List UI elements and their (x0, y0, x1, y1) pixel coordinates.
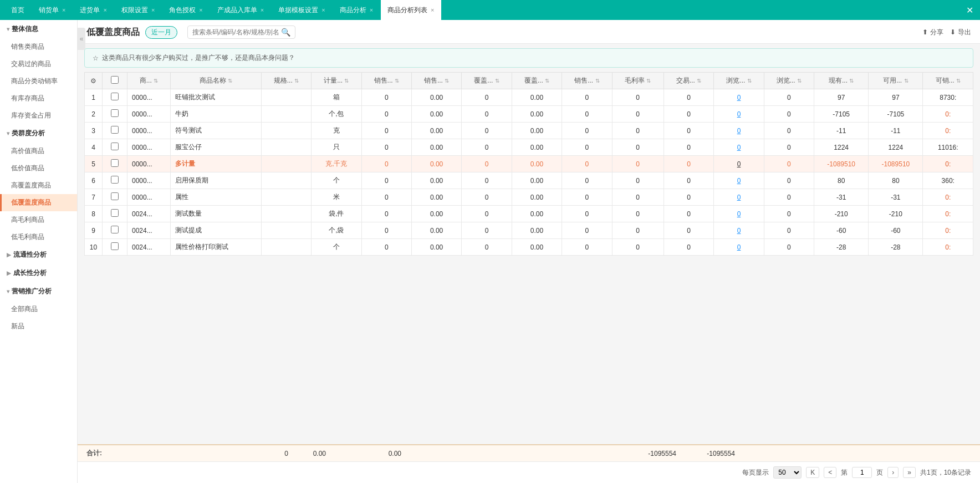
close-icon[interactable]: × (431, 7, 434, 13)
row-checkbox[interactable] (103, 139, 127, 156)
nav-purchase-order[interactable]: 进货单 × (73, 0, 113, 20)
sidebar-item-new-goods[interactable]: 新品 (0, 318, 77, 335)
close-icon[interactable]: × (151, 7, 155, 13)
export-button[interactable]: ⬇ 导出 (950, 28, 971, 37)
row-browse1[interactable]: 0 (714, 189, 764, 206)
page-number-input[interactable] (852, 467, 872, 478)
prev-page-button[interactable]: < (824, 467, 836, 478)
sidebar-item-in-stock-goods[interactable]: 有库存商品 (0, 90, 77, 107)
row-browse1[interactable]: 0 (714, 156, 764, 172)
row-browse1[interactable]: 0 (714, 206, 764, 222)
row-checkbox[interactable] (103, 156, 127, 172)
sidebar-item-sales-goods[interactable]: 销售类商品 (0, 38, 77, 55)
column-browse1-header[interactable]: 浏览... ⇅ (714, 73, 764, 89)
close-icon[interactable]: × (103, 7, 106, 13)
column-cover1-header[interactable]: 覆盖... ⇅ (462, 73, 512, 89)
sidebar-section-growth[interactable]: ▶ 成长性分析 (0, 264, 77, 282)
row-browse1[interactable]: 0 (714, 139, 764, 156)
column-sales1-header[interactable]: 销售... ⇅ (361, 73, 411, 89)
sidebar-item-high-value[interactable]: 高价值商品 (0, 143, 77, 160)
sidebar-section-marketing[interactable]: ▾ 营销推广分析 (0, 282, 77, 301)
row-browse1[interactable]: 0 (714, 89, 764, 106)
row-checkbox[interactable] (103, 189, 127, 206)
close-icon[interactable]: × (261, 7, 264, 13)
sidebar-section-overview[interactable]: ▾ 整体信息 (0, 20, 77, 38)
row-checkbox[interactable] (103, 123, 127, 139)
first-page-button[interactable]: K (806, 467, 819, 478)
row-checkbox[interactable] (103, 172, 127, 189)
row-browse1[interactable]: 0 (714, 172, 764, 189)
row-code: 0000... (127, 189, 170, 206)
period-button[interactable]: 近一月 (145, 26, 177, 39)
nav-finished-goods[interactable]: 产成品入库单 × (211, 0, 270, 20)
sidebar-item-category-sales-rate[interactable]: 商品分类动销率 (0, 73, 77, 90)
sidebar-item-low-margin[interactable]: 低毛利商品 (0, 228, 77, 246)
row-name: 测试提成 (170, 222, 261, 239)
search-input[interactable] (192, 28, 281, 36)
sidebar-item-inventory-capital[interactable]: 库存资金占用 (0, 107, 77, 124)
nav-permission-settings[interactable]: 权限设置 × (115, 0, 161, 20)
per-page-select[interactable]: 50 100 200 (773, 466, 802, 479)
row-browse1[interactable]: 0 (714, 239, 764, 256)
column-current-header[interactable]: 现有... ⇅ (814, 73, 869, 89)
column-margin-header[interactable]: 毛利率 ⇅ (612, 73, 663, 89)
nav-product-analysis-list[interactable]: 商品分析列表 × (381, 0, 441, 20)
column-sellable-header[interactable]: 可销... ⇅ (923, 73, 973, 89)
row-spec (261, 106, 311, 123)
nav-template-settings[interactable]: 单据模板设置 × (272, 0, 331, 20)
nav-role-auth[interactable]: 角色授权 × (162, 0, 209, 20)
row-checkbox[interactable] (103, 222, 127, 239)
sidebar-item-high-coverage[interactable]: 高覆盖度商品 (0, 177, 77, 194)
column-sales2-header[interactable]: 销售... ⇅ (411, 73, 461, 89)
row-trade: 0 (663, 222, 713, 239)
row-cover2: 0.00 (512, 139, 562, 156)
total-sales1: 0 (255, 450, 288, 457)
column-spec-header[interactable]: 规格... ⇅ (261, 73, 311, 89)
column-unit-header[interactable]: 计量... ⇅ (312, 73, 361, 89)
sidebar-item-traded-goods[interactable]: 交易过的商品 (0, 55, 77, 73)
row-current: -28 (814, 239, 869, 256)
nav-sales-order[interactable]: 销货单 × (32, 0, 72, 20)
close-all-tabs-icon[interactable]: ✕ (966, 5, 973, 16)
sidebar-section-cluster-analysis[interactable]: ▾ 类群度分析 (0, 124, 77, 143)
row-browse1[interactable]: 0 (714, 106, 764, 123)
row-browse1[interactable]: 0 (714, 222, 764, 239)
sidebar-item-high-margin[interactable]: 高毛利商品 (0, 211, 77, 228)
close-icon[interactable]: × (62, 7, 65, 13)
row-checkbox[interactable] (103, 239, 127, 256)
row-sellable: 11016: (923, 139, 973, 156)
close-icon[interactable]: × (370, 7, 373, 13)
share-button[interactable]: ⬆ 分享 (922, 28, 943, 37)
next-page-button[interactable]: › (887, 467, 899, 478)
column-cover2-header[interactable]: 覆盖... ⇅ (512, 73, 562, 89)
sidebar-item-low-coverage[interactable]: 低覆盖度商品 (0, 194, 77, 211)
last-page-button[interactable]: » (903, 467, 916, 478)
nav-home[interactable]: 首页 (4, 0, 31, 20)
nav-product-analysis[interactable]: 商品分析 × (333, 0, 380, 20)
data-table-wrapper[interactable]: ⚙ 商... ⇅ 商品名称 ⇅ 规格... ⇅ 计量... ⇅ 销售... ⇅ … (84, 72, 973, 444)
column-name-header[interactable]: 商品名称 ⇅ (170, 73, 261, 89)
column-browse2-header[interactable]: 浏览... ⇅ (764, 73, 814, 89)
column-available-header[interactable]: 可用... ⇅ (869, 73, 923, 89)
sidebar-item-all-goods[interactable]: 全部商品 (0, 301, 77, 318)
column-code-header[interactable]: 商... ⇅ (127, 73, 170, 89)
sidebar-item-low-value[interactable]: 低价值商品 (0, 160, 77, 177)
row-browse1[interactable]: 0 (714, 123, 764, 139)
sidebar-collapse-button[interactable]: « (78, 28, 85, 50)
total-current: -1095554 (632, 450, 676, 457)
column-sales3-header[interactable]: 销售... ⇅ (562, 73, 612, 89)
row-margin: 0 (612, 206, 663, 222)
row-checkbox[interactable] (103, 89, 127, 106)
row-sellable: 0: (923, 123, 973, 139)
column-checkbox-all[interactable] (103, 73, 127, 89)
close-icon[interactable]: × (199, 7, 202, 13)
column-trade-header[interactable]: 交易... ⇅ (663, 73, 713, 89)
row-sales2: 0.00 (411, 106, 461, 123)
search-icon[interactable]: 🔍 (281, 28, 290, 37)
column-settings-button[interactable]: ⚙ (85, 73, 103, 89)
row-checkbox[interactable] (103, 106, 127, 123)
sidebar-section-liquidity[interactable]: ▶ 流通性分析 (0, 246, 77, 264)
row-checkbox[interactable] (103, 206, 127, 222)
main-layout: ▾ 整体信息 销售类商品 交易过的商品 商品分类动销率 有库存商品 库存资金占用… (0, 20, 980, 483)
close-icon[interactable]: × (321, 7, 325, 13)
